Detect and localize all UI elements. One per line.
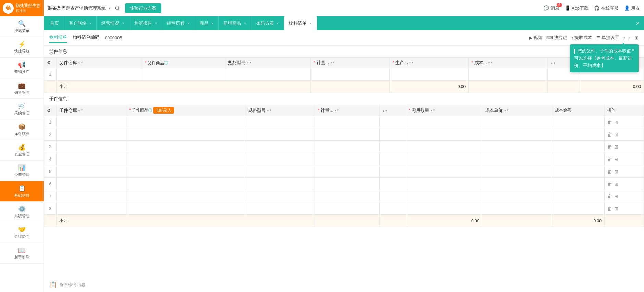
child-cell-product-5[interactable] [126, 165, 245, 178]
child-cell-qty-5[interactable] [406, 165, 482, 178]
child-cell-qty-3[interactable] [406, 141, 482, 153]
sidebar-item-sales[interactable]: 💼销售管理 [0, 78, 44, 99]
child-cell-spec-1[interactable] [245, 116, 315, 128]
child-cell-warehouse-8[interactable] [57, 202, 126, 215]
child-cell-qty-7[interactable] [406, 190, 482, 202]
child-cell-unit-7[interactable] [315, 190, 379, 202]
message-icon-item[interactable]: 💬 消息 6 [544, 5, 559, 11]
child-cell-warehouse-4[interactable] [57, 153, 126, 165]
child-cell-unitprice-5[interactable] [482, 165, 552, 178]
close-tab-button[interactable]: ✕ [633, 21, 643, 26]
app-download-item[interactable]: 📱 App下载 [565, 5, 589, 11]
parent-cell-unit[interactable] [311, 68, 389, 81]
tab-bom[interactable]: 物料清单× [284, 16, 317, 30]
child-th-gear[interactable]: ⚙ [44, 105, 57, 116]
video-btn[interactable]: ▶ 视频 [529, 35, 542, 41]
child-cell-qty-6[interactable] [406, 178, 482, 190]
child-cell-warehouse-6[interactable] [57, 178, 126, 190]
child-cell-unit-4[interactable] [315, 153, 379, 165]
sidebar-item-system[interactable]: ⚙️系统管理 [0, 202, 44, 222]
delete-icon-5[interactable]: 🗑 [607, 169, 612, 174]
delete-icon-4[interactable]: 🗑 [607, 156, 612, 162]
child-cell-qty-4[interactable] [406, 153, 482, 165]
delete-icon-6[interactable]: 🗑 [607, 181, 612, 187]
child-cell-product-4[interactable] [126, 153, 245, 165]
child-cell-warehouse-7[interactable] [57, 190, 126, 202]
sidebar-item-basic[interactable]: 📋基础信息 [0, 181, 44, 202]
child-cell-warehouse-1[interactable] [57, 116, 126, 128]
child-cell-extra-7[interactable] [379, 190, 406, 202]
copy-icon-1[interactable]: ⊞ [614, 119, 618, 125]
nav-next[interactable]: › [629, 35, 631, 40]
child-cell-qty-1[interactable] [406, 116, 482, 128]
child-cell-extra-3[interactable] [379, 141, 406, 153]
copy-icon-6[interactable]: ⊞ [614, 181, 618, 187]
parent-cell-spec[interactable] [225, 68, 311, 81]
sidebar-item-enterprise[interactable]: 🤝企业协同 [0, 222, 44, 243]
child-cell-warehouse-5[interactable] [57, 165, 126, 178]
experience-button[interactable]: 体验行业方案 [125, 3, 161, 13]
copy-icon-4[interactable]: ⊞ [614, 156, 618, 162]
child-cell-unit-8[interactable] [315, 202, 379, 215]
child-cell-unit-3[interactable] [315, 141, 379, 153]
tab-profit[interactable]: 利润报告× [129, 16, 162, 30]
child-cell-unit-6[interactable] [315, 178, 379, 190]
child-cell-unitprice-1[interactable] [482, 116, 552, 128]
child-cell-extra-1[interactable] [379, 116, 406, 128]
topbar-gear-icon[interactable]: ⚙ [115, 5, 120, 11]
child-cell-unitprice-4[interactable] [482, 153, 552, 165]
child-cell-product-3[interactable] [126, 141, 245, 153]
parent-cell-product[interactable] [142, 68, 225, 81]
tab-goods[interactable]: 商品× [195, 16, 219, 30]
child-cell-spec-8[interactable] [245, 202, 315, 215]
copy-icon-5[interactable]: ⊞ [614, 169, 618, 174]
shortcut-btn[interactable]: ⌨ 快捷键 [546, 35, 567, 41]
child-cell-unit-2[interactable] [315, 128, 379, 141]
child-cell-unit-5[interactable] [315, 165, 379, 178]
extract-cost-btn[interactable]: ↑ 提取成本 [571, 35, 593, 41]
nav-grid[interactable]: ⊞ [635, 35, 639, 40]
child-cell-unit-1[interactable] [315, 116, 379, 128]
child-cell-product-7[interactable] [126, 190, 245, 202]
tab-history[interactable]: 经营历程× [162, 16, 195, 30]
nav-prev[interactable]: ‹ [623, 35, 625, 40]
delete-icon-8[interactable]: 🗑 [607, 206, 612, 211]
child-cell-warehouse-2[interactable] [57, 128, 126, 141]
tooltip-close-button[interactable]: × [632, 48, 634, 52]
child-cell-unitprice-2[interactable] [482, 128, 552, 141]
doc-settings-btn[interactable]: ☰ 单据设置 [596, 35, 619, 41]
child-cell-unitprice-3[interactable] [482, 141, 552, 153]
child-cell-spec-4[interactable] [245, 153, 315, 165]
child-cell-spec-3[interactable] [245, 141, 315, 153]
child-cell-qty-8[interactable] [406, 202, 482, 215]
child-cell-extra-8[interactable] [379, 202, 406, 215]
delete-icon-7[interactable]: 🗑 [607, 194, 612, 199]
child-cell-product-6[interactable] [126, 178, 245, 190]
parent-cell-warehouse[interactable] [57, 68, 142, 81]
child-cell-product-1[interactable] [126, 116, 245, 128]
sidebar-item-guide[interactable]: 📖新手引导 [0, 243, 44, 264]
child-cell-extra-2[interactable] [379, 128, 406, 141]
child-cell-warehouse-3[interactable] [57, 141, 126, 153]
scan-input-button[interactable]: 扫码录入 [153, 107, 174, 114]
child-cell-unitprice-6[interactable] [482, 178, 552, 190]
tab-customer[interactable]: 客户联络× [64, 16, 97, 30]
child-cell-spec-5[interactable] [245, 165, 315, 178]
child-cell-qty-2[interactable] [406, 128, 482, 141]
child-cell-extra-4[interactable] [379, 153, 406, 165]
tab-home[interactable]: 首页 [45, 16, 64, 30]
sidebar-item-quicknav[interactable]: ⚡快捷导航 [0, 37, 44, 58]
sidebar-item-search[interactable]: 🔍搜索菜单 [0, 16, 44, 37]
sub-nav-code[interactable]: 物料清单编码 [73, 33, 99, 43]
tab-operation[interactable]: 经营情况× [97, 16, 129, 30]
sidebar-item-operation[interactable]: 📊经营管理 [0, 161, 44, 181]
delete-icon-1[interactable]: 🗑 [607, 119, 612, 125]
child-cell-spec-2[interactable] [245, 128, 315, 141]
user-item[interactable]: 👤 用友 [624, 5, 640, 11]
online-service-item[interactable]: 🎧 在线客服 [594, 5, 619, 11]
sidebar-item-marketing[interactable]: 📢营销推广 [0, 58, 44, 78]
child-cell-extra-5[interactable] [379, 165, 406, 178]
tab-barcode[interactable]: 条码方案× [251, 16, 284, 30]
sub-nav-bom[interactable]: 物料清单 [49, 33, 67, 43]
sidebar-item-inventory[interactable]: 📦库存核算 [0, 119, 44, 140]
